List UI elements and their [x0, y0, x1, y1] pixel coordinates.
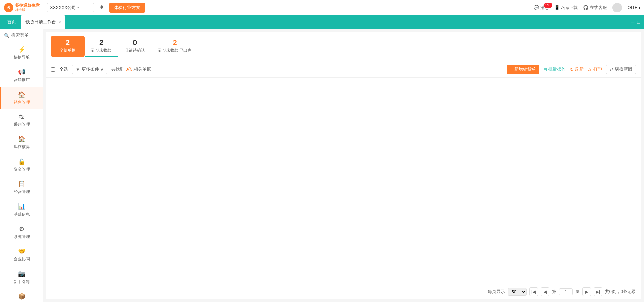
pagination-bar: 每页显示 50 20 100 |◀ ◀ 第 页 ▶ ▶| 共0页，0条记录 — [46, 284, 641, 299]
batch-operation-button[interactable]: ⊞ 批量操作 — [543, 66, 566, 72]
sidebar-item-label: 新手引导 — [14, 279, 30, 285]
service-icon: 🎧 — [583, 5, 588, 10]
new-sale-button[interactable]: + 新增销货单 — [507, 65, 539, 74]
sidebar-item-label: 资金管理 — [14, 167, 30, 172]
summary-label-overdue: 到期未收款 — [91, 48, 111, 53]
sidebar-item-enterprise[interactable]: 🤝 企业协同 — [0, 244, 43, 266]
sidebar-item-label: 库存核算 — [14, 144, 30, 150]
operations-icon: 📋 — [18, 180, 25, 188]
sidebar-item-label: 基础信息 — [14, 212, 30, 217]
sidebar-item-inventory[interactable]: 🏠 库存核算 — [0, 131, 43, 154]
summary-card-overdue[interactable]: 2 到期未收款 — [85, 36, 118, 57]
prev-page-button[interactable]: ◀ — [541, 287, 549, 296]
sidebar-item-guide[interactable]: 📷 新手引导 — [0, 266, 43, 289]
app-center-icon: 📦 — [18, 293, 25, 300]
summary-label-wangpu: 旺铺待确认 — [125, 48, 145, 53]
toolbar-right: + 新增销货单 ⊞ 批量操作 ↻ 刷新 🖨 打印 ⇄ — [507, 65, 636, 74]
messages-badge: 99+ — [544, 3, 552, 8]
sidebar-item-sales[interactable]: 🏠 销售管理 — [0, 87, 43, 109]
sidebar-item-label: 营销推广 — [14, 77, 30, 83]
page-suffix: 页 — [575, 289, 580, 295]
empty-area — [46, 80, 641, 281]
sidebar-item-finance[interactable]: 🔒 资金管理 — [0, 154, 43, 176]
toolbar: 全选 ▼ 更多条件 ∨ 共找到 0条 相关单据 + 新增销货单 ⊞ 批量操作 — [46, 61, 641, 78]
minimize-icon[interactable]: ─ — [631, 19, 635, 25]
print-icon: 🖨 — [588, 67, 592, 72]
finance-icon: 🔒 — [18, 158, 25, 165]
trial-button[interactable]: 体验行业方案 — [109, 3, 145, 13]
content-inner: 2 全部单据 2 到期未收款 0 旺铺待确认 2 到期未收款 已出库 — [46, 32, 641, 299]
search-icon: 🔍 — [4, 33, 9, 38]
summary-num-overdue: 2 — [99, 38, 103, 47]
company-selector[interactable]: XXXXXX公司 ▾ — [47, 3, 94, 12]
sidebar-item-marketing[interactable]: 📢 营销推广 — [0, 64, 43, 87]
filter-button[interactable]: ▼ 更多条件 ∨ — [72, 65, 107, 74]
search-menu[interactable]: 🔍 搜索菜单 — [0, 29, 43, 42]
header-right: 💬 消息 99+ 📱 App下载 🎧 在线客服 OfTEn — [534, 3, 640, 12]
sidebar-item-app-center[interactable]: 📦 应用中心 — [0, 289, 43, 302]
tab-close-icon[interactable]: × — [59, 20, 61, 24]
messages-button[interactable]: 💬 消息 99+ — [534, 5, 549, 11]
content-area: 2 全部单据 2 到期未收款 0 旺铺待确认 2 到期未收款 已出库 — [43, 29, 644, 302]
summary-num-shipped: 2 — [173, 38, 177, 47]
sidebar-item-system[interactable]: ⚙ 系统管理 — [0, 221, 43, 244]
sidebar-item-label: 快捷导航 — [14, 55, 30, 60]
summary-card-wangpu[interactable]: 0 旺铺待确认 — [118, 36, 152, 57]
switch-icon: ⇄ — [610, 67, 613, 72]
select-all-label: 全选 — [59, 66, 68, 72]
batch-icon: ⊞ — [543, 67, 547, 72]
print-button[interactable]: 🖨 打印 — [588, 66, 602, 72]
company-name: XXXXXX公司 — [50, 5, 76, 11]
found-text: 共找到 0条 相关单据 — [111, 66, 151, 72]
nav-tabs-actions: ─ □ — [631, 19, 644, 25]
last-page-button[interactable]: ▶| — [594, 287, 602, 296]
sidebar-item-purchase[interactable]: 🛍 采购管理 — [0, 109, 43, 131]
refresh-icon: ↻ — [570, 67, 574, 72]
system-icon: ⚙ — [19, 225, 24, 233]
settings-button[interactable] — [97, 3, 107, 13]
filter-icon: ▼ — [76, 67, 80, 72]
refresh-button[interactable]: ↻ 刷新 — [570, 66, 584, 72]
inventory-icon: 🏠 — [18, 135, 25, 143]
tab-home[interactable]: 首页 — [3, 15, 21, 29]
next-page-button[interactable]: ▶ — [582, 287, 591, 296]
select-all-checkbox[interactable] — [51, 67, 55, 72]
page-input[interactable] — [559, 288, 573, 295]
per-page-label: 每页显示 — [488, 289, 505, 295]
sidebar-item-label: 企业协同 — [14, 256, 30, 262]
basic-info-icon: 📊 — [18, 203, 25, 210]
app-icon: 📱 — [554, 5, 560, 10]
logo-icon: 6 — [4, 3, 13, 12]
main-layout: 🔍 搜索菜单 ⚡ 快捷导航 📢 营销推广 🏠 销售管理 🛍 采购管理 🏠 库存核… — [0, 29, 644, 302]
tab-active[interactable]: 钱货日清工作台 × — [21, 15, 65, 29]
sidebar: 🔍 搜索菜单 ⚡ 快捷导航 📢 营销推广 🏠 销售管理 🛍 采购管理 🏠 库存核… — [0, 29, 43, 302]
quick-nav-icon: ⚡ — [18, 46, 25, 53]
guide-icon: 📷 — [18, 270, 25, 278]
per-page-select[interactable]: 50 20 100 — [508, 288, 527, 296]
sales-icon: 🏠 — [18, 91, 25, 98]
chevron-icon: ∨ — [100, 67, 104, 72]
summary-num-wangpu: 0 — [133, 38, 137, 47]
chevron-down-icon: ▾ — [77, 6, 79, 9]
user-name: OfTEn — [627, 5, 640, 10]
app-download-button[interactable]: 📱 App下载 — [554, 5, 578, 11]
switch-version-button[interactable]: ⇄ 切换新版 — [606, 65, 636, 74]
nav-tabs-bar: 首页 钱货日清工作台 × ─ □ — [0, 15, 644, 29]
summary-cards: 2 全部单据 2 到期未收款 0 旺铺待确认 2 到期未收款 已出库 — [46, 32, 641, 61]
avatar[interactable] — [612, 3, 622, 12]
first-page-button[interactable]: |◀ — [529, 287, 538, 296]
logo-text: 畅捷通好生意 标准版 — [15, 3, 40, 12]
sidebar-item-operations[interactable]: 📋 经营管理 — [0, 176, 43, 199]
logo-area: 6 畅捷通好生意 标准版 — [4, 3, 47, 12]
sidebar-item-label: 系统管理 — [14, 234, 30, 240]
sidebar-item-quick-nav[interactable]: ⚡ 快捷导航 — [0, 42, 43, 64]
sidebar-item-basic-info[interactable]: 📊 基础信息 — [0, 199, 43, 221]
table-area — [46, 78, 641, 284]
online-service-button[interactable]: 🎧 在线客服 — [583, 5, 607, 11]
total-info: 共0页，0条记录 — [605, 289, 636, 295]
sidebar-item-label: 经营管理 — [14, 189, 30, 195]
enterprise-icon: 🤝 — [18, 248, 25, 255]
summary-card-all[interactable]: 2 全部单据 — [51, 36, 85, 57]
maximize-icon[interactable]: □ — [637, 19, 640, 25]
summary-card-shipped[interactable]: 2 到期未收款 已出库 — [152, 36, 198, 57]
